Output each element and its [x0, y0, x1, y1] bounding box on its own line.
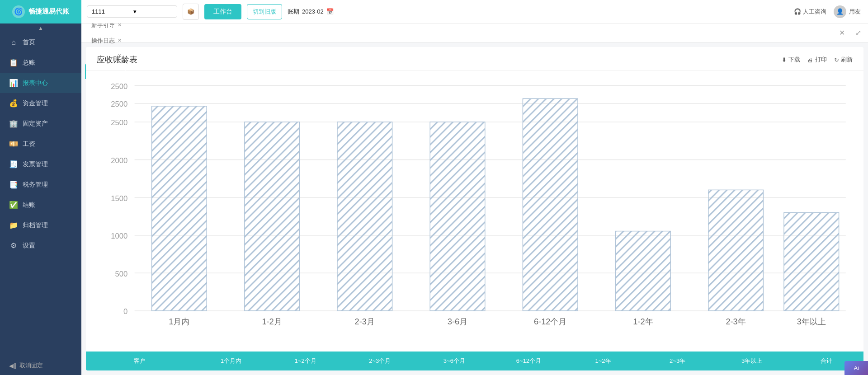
- sidebar-item-home[interactable]: ⌂首页: [0, 33, 81, 52]
- table-th-5: 6~12个月: [491, 357, 566, 365]
- svg-text:3-6月: 3-6月: [448, 317, 467, 326]
- bar-2-3年: [708, 190, 764, 311]
- main-layout: ▲ ⌂首页📋总账📊报表中心💰资金管理🏢固定资产💴工资🧾发票管理📑税务管理✅结账📁…: [0, 23, 868, 375]
- period-label: 账期: [288, 8, 299, 16]
- cancel-fixed-button[interactable]: ◀‖ 取消固定: [0, 356, 81, 375]
- svg-text:0: 0: [123, 308, 127, 316]
- sidebar-items: ⌂首页📋总账📊报表中心💰资金管理🏢固定资产💴工资🧾发票管理📑税务管理✅结账📁归档…: [0, 33, 81, 256]
- bar-2-3月: [337, 122, 392, 311]
- tab-bar: 首页畅会员✕新手引导✕操作日志✕期末结转✕应收账龄表✕ ✕ ⤢: [81, 23, 868, 42]
- svg-text:2500: 2500: [111, 82, 127, 91]
- tab-actions: ✕ ⤢: [835, 27, 864, 39]
- sidebar: ▲ ⌂首页📋总账📊报表中心💰资金管理🏢固定资产💴工资🧾发票管理📑税务管理✅结账📁…: [0, 23, 81, 375]
- top-header: 🌀 畅捷通易代账 1111 ▾ 📦 工作台 切到旧版 账期 2023-02 📅 …: [0, 0, 868, 23]
- company-name: 1111: [92, 8, 131, 15]
- period-value: 2023-02: [302, 8, 324, 15]
- svg-text:500: 500: [115, 270, 128, 278]
- svg-text:1500: 1500: [111, 194, 127, 203]
- sidebar-item-funds[interactable]: 💰资金管理: [0, 93, 81, 113]
- ai-badge[interactable]: Ai: [844, 361, 868, 375]
- bar-3-6月: [430, 122, 485, 311]
- bar-1-2年: [616, 231, 671, 311]
- sidebar-item-settings[interactable]: ⚙设置: [0, 235, 81, 256]
- headset-icon: 🎧: [794, 8, 801, 15]
- logo: 🌀 畅捷通易代账: [0, 0, 81, 23]
- company-select[interactable]: 1111 ▾: [87, 5, 177, 18]
- ledger-icon: 📋: [9, 58, 18, 67]
- sidebar-label-invoice: 发票管理: [23, 160, 48, 169]
- refresh-label: 刷新: [841, 56, 853, 64]
- pin-icon: ◀‖: [9, 362, 17, 369]
- table-th-3: 2~3个月: [343, 357, 417, 365]
- consult-button[interactable]: 🎧 人工咨询: [794, 8, 826, 16]
- close-icon: ✅: [9, 201, 18, 209]
- download-icon: ⬇: [782, 56, 787, 63]
- sidebar-item-assets[interactable]: 🏢固定资产: [0, 113, 81, 134]
- archive-icon: 📦: [187, 8, 194, 15]
- logo-icon: 🌀: [12, 5, 25, 18]
- sidebar-item-invoice[interactable]: 🧾发票管理: [0, 154, 81, 174]
- svg-text:1月内: 1月内: [169, 317, 189, 326]
- sidebar-item-payroll[interactable]: 💴工资: [0, 134, 81, 154]
- refresh-button[interactable]: ↻刷新: [834, 56, 853, 64]
- print-icon: 🖨: [807, 56, 813, 63]
- download-button[interactable]: ⬇下载: [782, 56, 800, 64]
- page-title: 应收账龄表: [97, 54, 137, 65]
- svg-text:2000: 2000: [111, 156, 127, 165]
- sidebar-label-close: 结账: [23, 201, 35, 209]
- user-area[interactable]: 👤 用友: [834, 5, 861, 18]
- tab-close-guide[interactable]: ✕: [118, 23, 122, 28]
- close-all-tabs-button[interactable]: ✕: [835, 27, 848, 39]
- tab-label-guide: 新手引导: [91, 23, 115, 29]
- sidebar-item-tax[interactable]: 📑税务管理: [0, 174, 81, 195]
- calendar-icon[interactable]: 📅: [326, 8, 334, 15]
- archive-btn[interactable]: 📦: [183, 4, 199, 20]
- sidebar-item-archive[interactable]: 📁归档管理: [0, 215, 81, 235]
- svg-text:2-3月: 2-3月: [355, 317, 375, 326]
- bottom-table-header: 客户1个月内1~2个月2~3个月3~6个月6~12个月1~2年2~3年3年以上合…: [86, 352, 863, 370]
- header-right: 🎧 人工咨询 👤 用友: [794, 5, 861, 18]
- tab-guide[interactable]: 新手引导✕: [85, 23, 134, 33]
- sidebar-label-funds: 资金管理: [23, 99, 48, 108]
- payroll-icon: 💴: [9, 140, 18, 148]
- workbench-button[interactable]: 工作台: [204, 4, 241, 19]
- user-name: 用友: [849, 8, 861, 16]
- svg-text:3年以上: 3年以上: [797, 317, 826, 326]
- table-th-4: 3~6个月: [417, 357, 492, 365]
- sidebar-label-payroll: 工资: [23, 140, 35, 148]
- sidebar-label-reports: 报表中心: [23, 79, 48, 87]
- title-actions: ⬇下载🖨打印↻刷新: [782, 56, 853, 64]
- svg-text:1000: 1000: [111, 232, 127, 240]
- tab-close-oplog[interactable]: ✕: [118, 38, 122, 43]
- sidebar-label-settings: 设置: [23, 242, 35, 250]
- sidebar-scroll-up[interactable]: ▲: [0, 23, 81, 33]
- tab-oplog[interactable]: 操作日志✕: [85, 33, 134, 48]
- sidebar-item-close[interactable]: ✅结账: [0, 195, 81, 215]
- table-th-7: 2~3年: [640, 357, 715, 365]
- sidebar-label-assets: 固定资产: [23, 120, 48, 128]
- sidebar-label-archive: 归档管理: [23, 221, 48, 230]
- svg-text:2-3年: 2-3年: [726, 317, 745, 326]
- settings-icon: ⚙: [9, 241, 18, 250]
- archive-icon: 📁: [9, 221, 18, 230]
- svg-text:1-2月: 1-2月: [262, 317, 282, 326]
- chart-area: 0 500 1000 1500 2000 2500 2500: [86, 71, 863, 352]
- page-content: 应收账龄表 ⬇下载🖨打印↻刷新 0 500 1000 1500: [86, 47, 863, 370]
- bar-chart: 0 500 1000 1500 2000 2500 2500: [97, 78, 853, 344]
- home-icon: ⌂: [9, 38, 18, 47]
- table-th-8: 3年以上: [715, 357, 789, 365]
- cancel-fixed-label: 取消固定: [19, 361, 43, 370]
- sidebar-item-reports[interactable]: 📊报表中心: [0, 73, 81, 93]
- avatar-icon: 👤: [836, 8, 844, 15]
- bar-6-12个月: [523, 98, 578, 311]
- tab-close-period-close[interactable]: ✕: [118, 53, 122, 59]
- logo-text: 畅捷通易代账: [28, 7, 69, 16]
- reports-icon: 📊: [9, 79, 18, 87]
- funds-icon: 💰: [9, 99, 18, 108]
- assets-icon: 🏢: [9, 119, 18, 128]
- sidebar-item-ledger[interactable]: 📋总账: [0, 52, 81, 73]
- content-area: 首页畅会员✕新手引导✕操作日志✕期末结转✕应收账龄表✕ ✕ ⤢ 应收账龄表 ⬇下…: [81, 23, 868, 375]
- expand-button[interactable]: ⤢: [852, 27, 864, 39]
- print-button[interactable]: 🖨打印: [807, 56, 827, 64]
- switch-version-button[interactable]: 切到旧版: [247, 4, 282, 19]
